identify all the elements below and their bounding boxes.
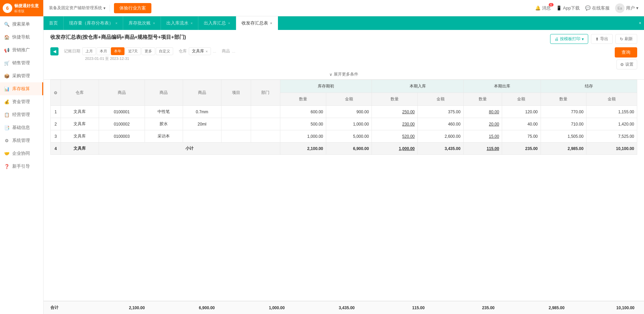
date-shortcut-近7天[interactable]: 近7天 xyxy=(125,47,141,55)
subtotal-in-qty: 1,000.00 xyxy=(372,143,418,155)
online-service-btn[interactable]: 💬 在线客服 xyxy=(585,5,610,11)
print-button[interactable]: 🖨 按模板打印 ▾ xyxy=(550,34,588,44)
warehouse-filter-tag[interactable]: 文具库 × xyxy=(189,47,211,55)
date-shortcut-本年[interactable]: 本年 xyxy=(111,47,125,55)
footer-balance-qty: 2,985.00 xyxy=(497,305,567,310)
sidebar-item-marketing[interactable]: 📢营销推广 xyxy=(0,44,43,56)
sidebar-item-label: 资金管理 xyxy=(12,99,30,105)
row-department xyxy=(251,118,280,130)
sidebar-item-enterprise[interactable]: 🤝企业协同 xyxy=(0,147,43,160)
row-opening-qty: 500.00 xyxy=(280,118,326,130)
tab-home[interactable]: 首页 xyxy=(44,16,64,30)
tab-close-inventory[interactable]: × xyxy=(115,21,117,25)
tab-close-batch[interactable]: × xyxy=(153,21,155,25)
footer-numbers: 2,100.00 6,900.00 1,000.00 3,435.00 115.… xyxy=(78,305,637,310)
subtotal-out-amt: 235.00 xyxy=(502,143,541,155)
sidebar-item-sales[interactable]: 🛒销售管理 xyxy=(0,56,43,69)
tab-label: 收发存汇总表 xyxy=(242,20,268,26)
row-goods-name: 采访本 xyxy=(145,130,183,143)
inventory-mgmt-icon: 📊 xyxy=(4,86,10,92)
col-out-qty: 数量 xyxy=(463,93,502,106)
row-balance-qty: 1,505.00 xyxy=(541,130,587,143)
tab-inventory[interactable]: 现存量（库存分布表）× xyxy=(64,16,123,30)
date-shortcut-本月[interactable]: 本月 xyxy=(97,47,110,55)
col-warehouse: 仓库 xyxy=(61,80,99,106)
user-menu[interactable]: Ea 用户 ▾ xyxy=(615,3,639,13)
row-opening-amt: 5,000.00 xyxy=(326,130,372,143)
sidebar-item-label: 快捷导航 xyxy=(12,34,30,40)
filter-settings-btn[interactable]: ⚙ 设置 xyxy=(616,60,637,69)
row-opening-amt: 1,000.00 xyxy=(326,118,372,130)
sidebar-item-quick-nav[interactable]: 🏠快捷导航 xyxy=(0,31,43,44)
sidebar-item-system[interactable]: ⚙系统管理 xyxy=(0,134,43,147)
date-shortcut-自定义[interactable]: 自定义 xyxy=(156,47,173,55)
row-department xyxy=(251,106,280,118)
row-no: 2 xyxy=(51,118,61,130)
tab-close-recv_send[interactable]: × xyxy=(270,21,272,25)
row-goods-name: 胶水 xyxy=(145,118,183,130)
system-selector[interactable]: 装备及固定资产辅助管理系统 ▾ xyxy=(49,5,105,11)
sidebar-item-purchase[interactable]: 📦采购管理 xyxy=(0,69,43,82)
tab-close-inout_summary[interactable]: × xyxy=(228,21,230,25)
refresh-button[interactable]: ↻ 刷新 xyxy=(615,34,637,44)
expand-more-bar: ∨ 展开更多条件 xyxy=(44,69,644,80)
footer-out-amt: 235.00 xyxy=(427,305,497,310)
expand-more-btn[interactable]: ∨ 展开更多条件 xyxy=(329,71,358,77)
row-balance-amt: 1,420.00 xyxy=(587,118,637,130)
row-goods-code: 0100001 xyxy=(99,106,145,118)
col-in-amt: 金额 xyxy=(418,93,464,106)
footer-balance-amt: 10,100.00 xyxy=(567,305,637,310)
row-out-qty: 15.00 xyxy=(463,130,502,143)
subtotal-no: 4 xyxy=(51,143,61,155)
row-in-amt: 460.00 xyxy=(418,118,464,130)
goods-label: 商品 xyxy=(222,48,230,54)
tab-batch[interactable]: 库存批次账× xyxy=(123,16,161,30)
date-range: 2023-01-01 至 2023-12-31 xyxy=(85,56,609,61)
row-goods-spec xyxy=(183,130,221,143)
footer-opening-qty: 2,100.00 xyxy=(78,305,148,310)
row-in-qty: 250.00 xyxy=(372,106,418,118)
sidebar-item-search[interactable]: 🔍搜索菜单 xyxy=(0,18,43,31)
tab-inout_summary[interactable]: 出入库汇总× xyxy=(198,16,236,30)
business-icon: 📋 xyxy=(4,112,10,117)
query-button[interactable]: 查询 xyxy=(615,47,637,57)
date-shortcut-上月[interactable]: 上月 xyxy=(82,47,96,55)
experience-button[interactable]: 体验行业方案 xyxy=(114,3,151,13)
tab-close-inout_flow[interactable]: × xyxy=(191,21,193,25)
tab-inout_flow[interactable]: 出入库流水× xyxy=(161,16,198,30)
sidebar-item-business[interactable]: 📋经营管理 xyxy=(0,108,43,121)
goods-more-btn[interactable]: ... xyxy=(232,49,235,54)
table-settings-header[interactable]: ⚙ xyxy=(51,80,61,106)
col-goods-code: 商品 xyxy=(99,80,145,106)
sidebar-item-finance[interactable]: 💰资金管理 xyxy=(0,95,43,108)
tab-recv_send[interactable]: 收发存汇总表× xyxy=(236,16,278,30)
sidebar-item-guide[interactable]: ❓新手引导 xyxy=(0,160,43,173)
notification-badge: 6 xyxy=(549,3,554,6)
date-label: 记账日期 xyxy=(64,48,80,54)
top-header: 装备及固定资产辅助管理系统 ▾ 体验行业方案 🔔 6 消息 📱 App下载 💬 … xyxy=(44,0,644,16)
row-balance-amt: 1,155.00 xyxy=(587,106,637,118)
tab-label: 库存批次账 xyxy=(129,20,151,26)
header-right: 🔔 6 消息 📱 App下载 💬 在线客服 Ea 用户 ▾ xyxy=(535,3,639,13)
avatar: Ea xyxy=(615,3,625,13)
sidebar-logo: 6 畅捷通好生意 标准版 xyxy=(0,0,43,16)
row-goods-spec: 0.7mm xyxy=(183,106,221,118)
sidebar-item-inventory-mgmt[interactable]: 📊库存核算 xyxy=(0,82,43,95)
date-shortcut-更多[interactable]: 更多 xyxy=(142,47,155,55)
export-button[interactable]: ⬆ 导出 xyxy=(591,34,613,44)
sidebar-item-label: 采购管理 xyxy=(12,73,30,79)
sidebar-item-label: 系统管理 xyxy=(12,137,30,144)
app-download-btn[interactable]: 📱 App下载 xyxy=(556,5,580,11)
filter-collapse-btn[interactable]: ◀ xyxy=(50,47,59,55)
notification-btn[interactable]: 🔔 6 消息 xyxy=(535,5,551,11)
warehouse-more-btn[interactable]: ... xyxy=(213,49,216,54)
row-balance-amt: 7,525.00 xyxy=(587,130,637,143)
row-balance-qty: 710.00 xyxy=(541,118,587,130)
tabs-close-all[interactable]: × xyxy=(636,21,644,26)
footer-opening-amt: 6,900.00 xyxy=(148,305,218,310)
warehouse-tag-close[interactable]: × xyxy=(205,49,208,53)
subtotal-balance-amt: 10,100.00 xyxy=(587,143,637,155)
table-footer: 合计 2,100.00 6,900.00 1,000.00 3,435.00 1… xyxy=(44,301,644,314)
col-department: 部门 xyxy=(251,80,280,106)
sidebar-item-base-info[interactable]: 📑基础信息 xyxy=(0,121,43,134)
